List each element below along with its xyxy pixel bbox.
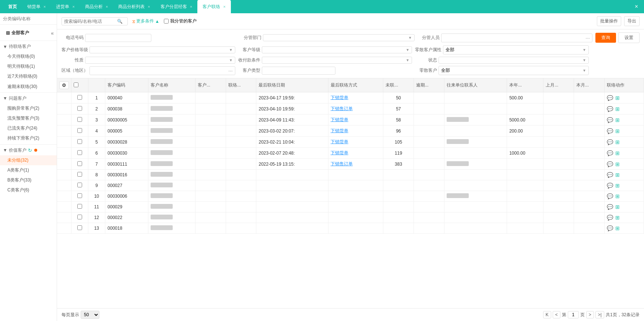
chat-icon[interactable]: 💬 (607, 204, 613, 210)
tab-customer-contact[interactable]: 客户联络 × (197, 0, 230, 13)
sidebar-item-tomorrow[interactable]: 明天待联络(1) (0, 61, 57, 71)
row-checkbox-cell[interactable] (71, 103, 88, 114)
row-checkbox-cell[interactable] (71, 148, 88, 159)
sidebar-group-problem[interactable]: ▼ 问题客户 (0, 94, 57, 103)
chat-icon[interactable]: 💬 (607, 193, 613, 199)
tab-purchase-close[interactable]: × (72, 4, 74, 9)
sidebar-item-today[interactable]: 今天待联络(0) (0, 52, 57, 61)
main-search-box[interactable]: 🔍 (61, 17, 128, 25)
tab-goods-list[interactable]: 商品分析列表 × (113, 0, 155, 13)
sidebar-item-ungrouped[interactable]: 未分组(32) (0, 155, 57, 165)
payment-select[interactable]: ▼ (262, 57, 412, 64)
grid-action-icon[interactable]: ⊞ (615, 161, 620, 167)
last-method-link[interactable]: 下销货单 (331, 139, 348, 144)
chat-icon[interactable]: 💬 (607, 215, 613, 221)
last-method-link[interactable]: 下销货单 (331, 117, 348, 122)
person-select[interactable]: ··· (441, 33, 592, 42)
my-customers-checkbox[interactable]: 我分管的客户 (164, 18, 197, 24)
my-customers-check[interactable] (164, 19, 169, 24)
grid-action-icon[interactable]: ⊞ (615, 150, 620, 156)
sidebar-item-churn-warning[interactable]: 流失预警客户(3) (0, 113, 57, 123)
chat-icon[interactable]: 💬 (607, 95, 613, 101)
row-checkbox[interactable] (77, 117, 82, 122)
retail-select[interactable]: 全部▼ (439, 66, 589, 75)
last-method-link[interactable]: 下销货单 (331, 95, 348, 100)
select-all-checkbox[interactable] (74, 82, 78, 87)
sidebar-group-value[interactable]: ▼ 价值客户 ↻ (0, 145, 57, 155)
grid-action-icon[interactable]: ⊞ (615, 183, 620, 188)
grid-action-icon[interactable]: ⊞ (615, 225, 620, 231)
tab-customer-tier[interactable]: 客户分层经客 × (155, 0, 197, 13)
sidebar-all-customers-btn[interactable]: ⊞ 全部客户 (3, 28, 32, 38)
query-btn[interactable]: 查询 (595, 33, 616, 43)
dept-select[interactable]: ▼ (263, 34, 414, 41)
sidebar-item-declining[interactable]: 持续下滑客户(2) (0, 133, 57, 143)
sidebar-item-class-c[interactable]: C类客户(6) (0, 185, 57, 195)
row-checkbox[interactable] (77, 161, 82, 166)
row-checkbox-cell[interactable] (71, 223, 88, 234)
first-page-btn[interactable]: K (543, 311, 551, 318)
last-page-btn[interactable]: >| (595, 311, 604, 318)
last-method-link[interactable]: 下销货单 (331, 150, 348, 155)
last-method-link[interactable]: 下销货单 (331, 128, 348, 133)
tab-goods-analysis-close[interactable]: × (106, 4, 108, 9)
chat-icon[interactable]: 💬 (607, 117, 613, 123)
tab-purchase[interactable]: 进货单 × (51, 0, 80, 13)
sidebar-item-overdue[interactable]: 逾期未联络(30) (0, 82, 57, 92)
export-btn[interactable]: 导出 (624, 16, 640, 26)
row-checkbox[interactable] (77, 183, 82, 187)
row-checkbox-cell[interactable] (71, 191, 88, 202)
tab-customer-tier-close[interactable]: × (190, 4, 192, 9)
price-grade-select[interactable]: ▼ (89, 46, 235, 53)
chat-icon[interactable]: 💬 (607, 183, 613, 188)
grid-action-icon[interactable]: ⊞ (615, 106, 620, 112)
tab-goods-list-close[interactable]: × (148, 4, 150, 9)
row-checkbox[interactable] (77, 172, 82, 177)
page-number-input[interactable] (568, 311, 579, 318)
row-checkbox[interactable] (77, 225, 82, 230)
chat-icon[interactable]: 💬 (607, 139, 613, 145)
column-settings-btn[interactable]: ⚙ (59, 81, 69, 89)
sidebar-item-abnormal[interactable]: 囤购异常客户(2) (0, 103, 57, 113)
chat-icon[interactable]: 💬 (607, 225, 613, 231)
main-search-input[interactable] (64, 19, 116, 24)
chat-icon[interactable]: 💬 (607, 172, 613, 178)
page-size-select[interactable]: 50 10 20 100 (81, 311, 99, 319)
sidebar-collapse-btn[interactable]: « (51, 30, 54, 36)
refresh-icon[interactable]: ↻ (28, 148, 32, 153)
grid-action-icon[interactable]: ⊞ (615, 139, 620, 145)
row-checkbox-cell[interactable] (71, 114, 88, 126)
grid-action-icon[interactable]: ⊞ (615, 172, 620, 178)
chat-icon[interactable]: 💬 (607, 128, 613, 134)
window-close-button[interactable]: × (632, 3, 641, 10)
row-checkbox[interactable] (77, 193, 82, 198)
customer-grade-select[interactable]: ▼ (262, 46, 412, 53)
grid-action-icon[interactable]: ⊞ (615, 193, 620, 199)
row-checkbox-cell[interactable] (71, 159, 88, 170)
sidebar-search-input[interactable] (3, 16, 57, 21)
sidebar-group-pending[interactable]: ▼ 待联络客户 (0, 42, 57, 52)
nature-select[interactable]: ▼ (85, 57, 235, 64)
main-search-icon[interactable]: 🔍 (117, 19, 123, 24)
sidebar-item-class-b[interactable]: B类客户(33) (0, 175, 57, 185)
customer-type-input[interactable] (262, 67, 335, 75)
row-checkbox-cell[interactable] (71, 126, 88, 137)
prev-page-btn[interactable]: < (553, 311, 560, 318)
row-checkbox-cell[interactable] (71, 92, 88, 103)
reset-btn[interactable]: 设置 (618, 32, 640, 43)
row-checkbox-cell[interactable] (71, 212, 88, 223)
tab-customer-contact-close[interactable]: × (223, 4, 225, 9)
last-method-link[interactable]: 下销售订单 (331, 161, 353, 166)
row-checkbox[interactable] (77, 215, 82, 219)
row-checkbox-cell[interactable] (71, 180, 88, 191)
grid-action-icon[interactable]: ⊞ (615, 117, 620, 123)
next-page-btn[interactable]: > (586, 311, 594, 318)
chat-icon[interactable]: 💬 (607, 106, 613, 112)
batch-operation-btn[interactable]: 批量操作 (597, 16, 621, 26)
grid-action-icon[interactable]: ⊞ (615, 128, 620, 134)
more-filters-btn[interactable]: ⧖ 更多条件 ▲ (132, 18, 159, 24)
phone-input[interactable] (85, 34, 151, 42)
row-checkbox-cell[interactable] (71, 202, 88, 212)
grid-action-icon[interactable]: ⊞ (615, 204, 620, 210)
sidebar-item-week[interactable]: 近7天待联络(0) (0, 71, 57, 81)
